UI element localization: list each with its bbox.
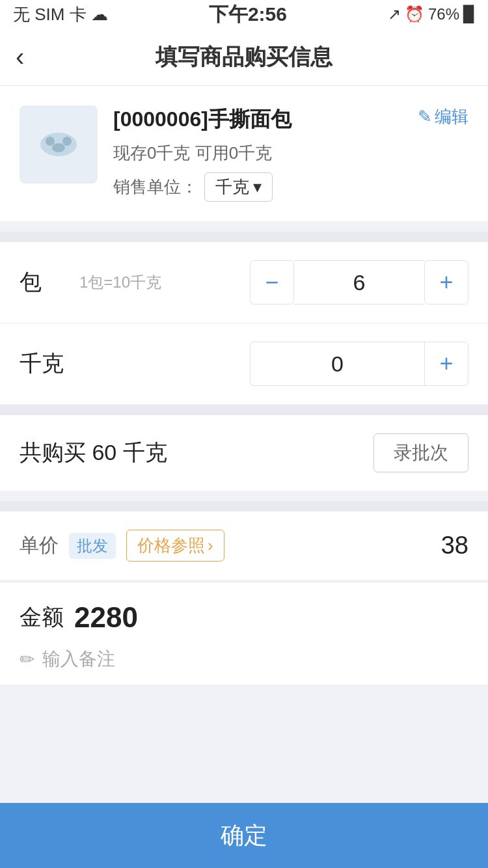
unit-label: 销售单位： [113, 176, 198, 198]
status-bar: 无 SIM 卡 ☁ 下午2:56 ↗ ⏰ 76% ▉ [0, 0, 488, 29]
bag-label: 包 [20, 267, 72, 297]
batch-button[interactable]: 录批次 [373, 433, 468, 472]
bag-input[interactable] [294, 260, 424, 305]
battery-text: 76% [428, 5, 459, 23]
amount-row: 金额 2280 [20, 601, 468, 634]
amount-value: 2280 [74, 601, 138, 634]
nav-bar: ‹ 填写商品购买信息 [0, 29, 488, 86]
product-name: [0000006]手撕面包 [113, 105, 418, 134]
svg-point-1 [46, 137, 55, 146]
svg-point-3 [52, 143, 65, 152]
price-label: 单价 [20, 532, 59, 559]
product-image [20, 105, 98, 183]
battery-icon: ▉ [463, 5, 475, 23]
summary-row: 共购买 60 千克 录批次 [0, 415, 488, 491]
product-card: [0000006]手撕面包 ✎ 编辑 现存0千克 可用0千克 销售单位： 千克 … [0, 86, 488, 221]
kilogram-label: 千克 [20, 349, 72, 379]
price-section: 单价 批发 价格参照 › 38 [0, 511, 488, 580]
amount-section: 金额 2280 ✏ 输入备注 [0, 583, 488, 685]
section-divider-3 [0, 501, 488, 511]
bag-row: 包 1包=10千克 − + [0, 242, 488, 323]
kilogram-increment-button[interactable]: + [424, 342, 468, 386]
unit-value: 千克 [215, 176, 249, 198]
status-time: 下午2:56 [209, 1, 287, 28]
note-placeholder: 输入备注 [42, 647, 115, 671]
edit-button[interactable]: ✎ 编辑 [418, 105, 468, 128]
kilogram-row: 千克 + [0, 323, 488, 405]
edit-label: 编辑 [435, 105, 468, 128]
summary-text: 共购买 60 千克 [20, 438, 167, 468]
back-button[interactable]: ‹ [16, 42, 24, 72]
svg-point-2 [62, 137, 72, 146]
bag-decrement-button[interactable]: − [250, 260, 294, 305]
product-stock: 现存0千克 可用0千克 [113, 142, 468, 165]
price-tag: 批发 [69, 533, 116, 559]
confirm-button[interactable]: 确定 [0, 803, 488, 868]
unit-chevron-icon: ▾ [253, 177, 262, 197]
status-left: 无 SIM 卡 ☁ [13, 3, 108, 26]
price-value: 38 [441, 532, 468, 560]
note-row[interactable]: ✏ 输入备注 [20, 647, 468, 671]
bag-stepper: − + [250, 260, 468, 305]
alarm-icon: ⏰ [405, 5, 424, 23]
unit-select[interactable]: 千克 ▾ [204, 172, 273, 202]
no-sim-text: 无 SIM 卡 ☁ [13, 3, 108, 26]
product-name-row: [0000006]手撕面包 ✎ 编辑 [113, 105, 468, 134]
price-ref-label: 价格参照 [137, 534, 205, 557]
price-ref-icon: › [208, 536, 213, 556]
section-divider-1 [0, 232, 488, 242]
page-title: 填写商品购买信息 [156, 42, 332, 72]
amount-label: 金额 [20, 603, 64, 632]
kilogram-stepper: + [250, 342, 468, 386]
product-unit-row: 销售单位： 千克 ▾ [113, 172, 468, 202]
section-divider-2 [0, 405, 488, 415]
input-section: 包 1包=10千克 − + 千克 + [0, 242, 488, 405]
bag-sublabel: 1包=10千克 [79, 272, 250, 293]
location-icon: ↗ [388, 5, 401, 23]
edit-icon: ✎ [418, 107, 432, 127]
status-right: ↗ ⏰ 76% ▉ [388, 5, 475, 23]
product-info: [0000006]手撕面包 ✎ 编辑 现存0千克 可用0千克 销售单位： 千克 … [113, 105, 468, 202]
content-spacer [0, 685, 488, 803]
price-ref-button[interactable]: 价格参照 › [126, 530, 224, 562]
note-icon: ✏ [20, 649, 34, 670]
bag-increment-button[interactable]: + [424, 260, 468, 305]
kilogram-input[interactable] [250, 342, 424, 386]
